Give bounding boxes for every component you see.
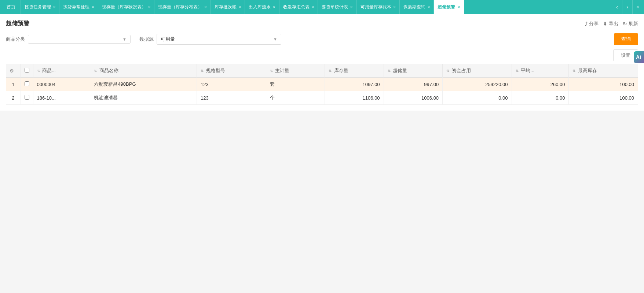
nav-tab-collect[interactable]: 收发存汇总表 ×: [279, 0, 318, 14]
th-stock: ⇅ 库存量: [325, 64, 384, 78]
page-title: 超储预警: [6, 20, 29, 27]
sort-icon-product-name: ⇅: [94, 69, 97, 73]
nav-tab-quality-close[interactable]: ×: [428, 5, 430, 9]
row-max-stock: 100.00: [569, 91, 638, 105]
row-checkbox-cell: [21, 91, 33, 105]
nav-tab-collect-label: 收发存汇总表: [283, 4, 310, 10]
table-header-row: ⚙ ⇅ 商品... ⇅ 商品名称 ⇅ 规格型号 ⇅: [6, 64, 638, 78]
nav-tab-batch[interactable]: 库存批次账 ×: [211, 0, 245, 14]
row-avg: 260.00: [512, 78, 569, 91]
nav-tab-abnormal[interactable]: 拣货异常处理 ×: [59, 0, 98, 14]
row-avg: 0.00: [512, 91, 569, 105]
nav-tab-inout-label: 出入库流水: [249, 4, 271, 10]
nav-arrows: ‹ › ×: [612, 0, 643, 14]
select-all-checkbox[interactable]: [25, 68, 29, 73]
row-spec: 123: [197, 78, 266, 91]
sort-icon-capital: ⇅: [446, 69, 449, 73]
nav-tab-order-stat[interactable]: 要货单统计表 ×: [318, 0, 356, 14]
nav-tab-collect-close[interactable]: ×: [312, 5, 314, 9]
refresh-button[interactable]: ↻ 刷新: [623, 21, 638, 27]
nav-tab-overstock-close[interactable]: ×: [457, 5, 460, 9]
filter-actions: 查询: [614, 33, 638, 45]
nav-arrow-left[interactable]: ‹: [612, 0, 622, 14]
export-label: 导出: [609, 21, 618, 27]
row-stock: 1106.00: [325, 91, 384, 105]
nav-tab-stock-dist-label: 现存量（库存分布表）: [158, 4, 202, 10]
nav-tab-stock-status[interactable]: 现存量（库存状况表） ×: [98, 0, 154, 14]
datasource-label: 数据源: [139, 36, 154, 42]
sort-icon-product-code: ⇅: [37, 69, 40, 73]
nav-tab-inout-close[interactable]: ×: [273, 5, 275, 9]
row-spec: 123: [197, 91, 266, 105]
nav-tab-home[interactable]: 首页: [1, 0, 21, 14]
query-button[interactable]: 查询: [614, 33, 638, 45]
sort-icon-spec: ⇅: [201, 69, 204, 73]
row-product-name: 六配套新昌490BPG: [90, 78, 197, 91]
nav-tab-order-stat-close[interactable]: ×: [350, 5, 352, 9]
nav-tab-available-label: 可用量库存账本: [361, 4, 391, 10]
row-capital: 259220.00: [443, 78, 512, 91]
nav-tab-stock-status-label: 现存量（库存状况表）: [102, 4, 146, 10]
row-product-code: 0000004: [33, 78, 90, 91]
share-icon: ⤴: [585, 21, 588, 27]
nav-tab-available-close[interactable]: ×: [394, 5, 396, 9]
filter-row: 商品分类 ▼ 数据源 可用量 ▼ 查询: [6, 33, 638, 45]
row-checkbox-cell: [21, 78, 33, 91]
row-unit: 个: [266, 91, 325, 105]
th-product-name-label: 商品名称: [99, 68, 118, 73]
th-avg: ⇅ 平均...: [512, 64, 569, 78]
refresh-icon: ↻: [623, 21, 627, 27]
nav-tab-stock-status-close[interactable]: ×: [148, 5, 150, 9]
th-spec: ⇅ 规格型号: [197, 64, 266, 78]
nav-tab-overstock-label: 超储预警: [438, 4, 455, 10]
refresh-label: 刷新: [629, 21, 638, 27]
ai-badge[interactable]: Ai: [634, 51, 644, 63]
page-header: 超储预警 ⤴ 分享 ⬇ 导出 ↻ 刷新: [6, 20, 638, 27]
top-navigation: 首页 拣货任务管理 × 拣货异常处理 × 现存量（库存状况表） × 现存量（库存…: [0, 0, 644, 14]
nav-tab-batch-close[interactable]: ×: [239, 5, 241, 9]
nav-tab-available[interactable]: 可用量库存账本 ×: [357, 0, 400, 14]
row-capital: 0.00: [443, 91, 512, 105]
row-product-name: 机油滤清器: [90, 91, 197, 105]
row-checkbox[interactable]: [25, 95, 29, 100]
page-content: 超储预警 ⤴ 分享 ⬇ 导出 ↻ 刷新 商品分类 ▼ 数据源: [0, 14, 644, 111]
row-max-stock: 100.00: [569, 78, 638, 91]
th-unit-label: 主计量: [275, 68, 289, 73]
nav-tab-task[interactable]: 拣货任务管理 ×: [21, 0, 59, 14]
category-select[interactable]: ▼: [28, 35, 131, 44]
nav-tab-batch-label: 库存批次账: [215, 4, 237, 10]
nav-tab-quality-label: 保质期查询: [403, 4, 425, 10]
th-max-stock-label: 最高库存: [578, 68, 597, 73]
nav-tab-stock-dist-close[interactable]: ×: [204, 5, 206, 9]
gear-icon[interactable]: ⚙: [10, 68, 14, 74]
th-product-code-label: 商品...: [42, 68, 56, 73]
th-overstock-label: 超储量: [393, 68, 407, 73]
th-avg-label: 平均...: [521, 68, 534, 73]
nav-tab-home-label: 首页: [7, 4, 15, 10]
nav-tab-overstock[interactable]: 超储预警 ×: [434, 0, 464, 14]
table-row: 2 186-10... 机油滤清器 123 个 1106.00 1006.00 …: [6, 91, 638, 105]
gear-col-header: ⚙: [6, 64, 21, 78]
row-stock: 1097.00: [325, 78, 384, 91]
nav-tab-quality[interactable]: 保质期查询 ×: [400, 0, 434, 14]
th-spec-label: 规格型号: [206, 68, 225, 73]
nav-tab-task-label: 拣货任务管理: [25, 4, 51, 10]
export-icon: ⬇: [603, 21, 607, 27]
row-checkbox[interactable]: [25, 81, 29, 86]
nav-tab-task-close[interactable]: ×: [53, 5, 55, 9]
datasource-filter: 数据源 可用量 ▼: [139, 34, 281, 45]
data-table: ⚙ ⇅ 商品... ⇅ 商品名称 ⇅ 规格型号 ⇅: [6, 64, 638, 105]
export-button[interactable]: ⬇ 导出: [603, 21, 618, 27]
nav-tab-inout[interactable]: 出入库流水 ×: [245, 0, 279, 14]
datasource-select[interactable]: 可用量 ▼: [157, 34, 281, 45]
nav-tab-abnormal-close[interactable]: ×: [92, 5, 94, 9]
th-overstock: ⇅ 超储量: [384, 64, 443, 78]
row-overstock: 1006.00: [384, 91, 443, 105]
th-max-stock: ⇅ 最高库存: [569, 64, 638, 78]
nav-tab-stock-dist[interactable]: 现存量（库存分布表） ×: [154, 0, 211, 14]
nav-arrow-right[interactable]: ›: [622, 0, 632, 14]
sort-icon-max-stock: ⇅: [572, 69, 575, 73]
sort-icon-overstock: ⇅: [388, 69, 391, 73]
share-button[interactable]: ⤴ 分享: [585, 21, 599, 27]
nav-arrow-close[interactable]: ×: [632, 0, 643, 14]
